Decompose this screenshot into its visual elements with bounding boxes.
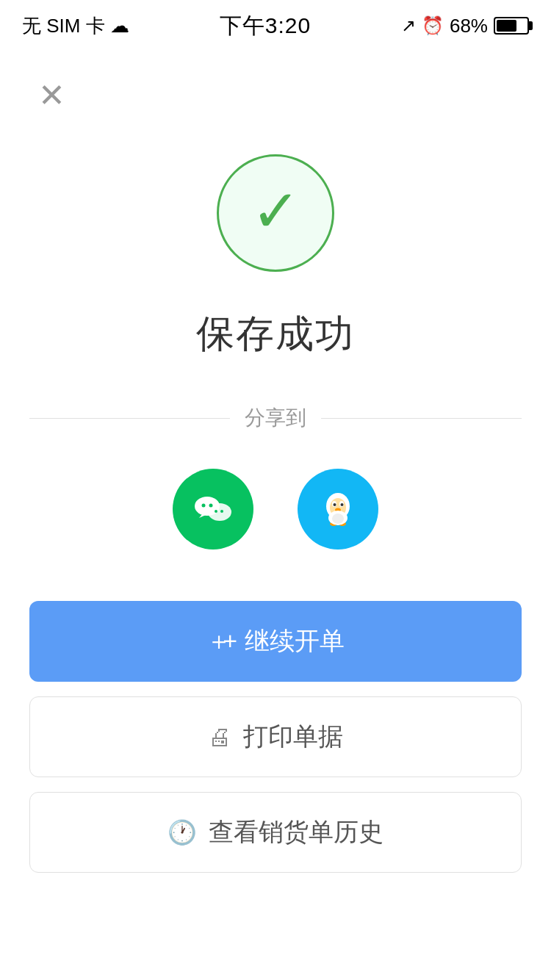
status-left: 无 SIM 卡 ☁ <box>22 13 129 39</box>
share-icons <box>29 469 522 550</box>
history-button[interactable]: 🕐 查看销货单历史 <box>29 792 522 873</box>
checkmark-icon: ✓ <box>251 182 300 241</box>
wechat-icon <box>190 486 237 533</box>
svg-point-12 <box>340 503 343 506</box>
svg-point-2 <box>201 503 205 507</box>
status-right: ↗ ⏰ 68% <box>401 15 529 37</box>
action-buttons: ＋ + 继续开单 🖨 打印单据 🕐 查看销货单历史 <box>0 601 551 873</box>
svg-point-5 <box>220 510 223 513</box>
close-icon: ✕ <box>38 79 65 112</box>
divider-right <box>321 418 522 419</box>
success-circle: ✓ <box>217 154 334 272</box>
share-section: 分享到 <box>0 404 551 564</box>
continue-label: + 继续开单 <box>223 624 344 658</box>
wechat-share-button[interactable] <box>173 469 253 550</box>
history-label: 查看销货单历史 <box>209 815 383 849</box>
main-content: ✓ 保存成功 分享到 <box>0 96 551 980</box>
printer-icon: 🖨 <box>208 724 231 751</box>
no-sim-label: 无 SIM 卡 ☁ <box>22 13 129 39</box>
status-time: 下午3:20 <box>220 11 311 41</box>
qq-share-button[interactable] <box>298 469 378 550</box>
battery-icon <box>494 17 529 35</box>
battery-percent: 68% <box>450 15 488 37</box>
qq-icon <box>314 486 362 533</box>
print-button[interactable]: 🖨 打印单据 <box>29 696 522 777</box>
success-title: 保存成功 <box>196 309 355 360</box>
share-label: 分享到 <box>245 404 306 432</box>
divider-left <box>29 418 230 419</box>
continue-button[interactable]: ＋ + 继续开单 <box>29 601 522 682</box>
svg-point-17 <box>332 514 344 524</box>
alarm-icon: ⏰ <box>422 15 444 36</box>
svg-point-11 <box>333 503 336 506</box>
svg-point-3 <box>209 503 212 507</box>
print-label: 打印单据 <box>243 720 343 754</box>
close-button[interactable]: ✕ <box>29 73 73 118</box>
share-divider: 分享到 <box>29 404 522 432</box>
direction-icon: ↗ <box>401 15 416 36</box>
svg-point-4 <box>215 510 217 513</box>
history-icon: 🕐 <box>168 818 197 846</box>
status-bar: 无 SIM 卡 ☁ 下午3:20 ↗ ⏰ 68% <box>0 0 551 51</box>
